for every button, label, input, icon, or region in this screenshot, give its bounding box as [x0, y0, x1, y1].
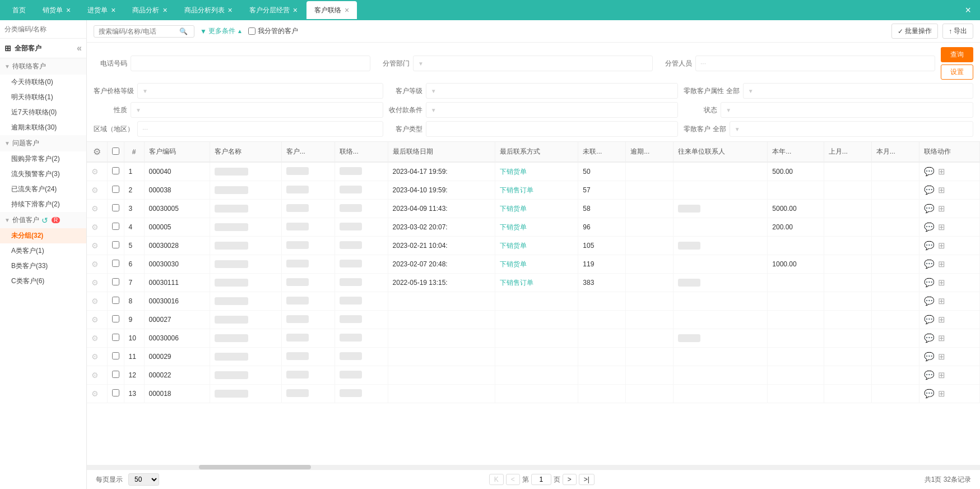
chat-icon[interactable]: 💬 — [924, 222, 935, 232]
cust-type-input[interactable] — [426, 121, 679, 137]
tab-product-analysis-list[interactable]: 商品分析列表 × — [177, 1, 240, 19]
grid-action-icon[interactable]: ⊞ — [938, 389, 945, 399]
chat-icon[interactable]: 💬 — [924, 241, 935, 251]
sidebar-section-value[interactable]: ▼ 价值客户 ↺ R — [0, 212, 86, 228]
select-all-checkbox[interactable] — [112, 147, 119, 155]
tab-product-analysis-close[interactable]: × — [162, 6, 167, 14]
chat-icon[interactable]: 💬 — [924, 167, 935, 177]
row-last-way[interactable]: 下销货单 — [500, 242, 527, 250]
sidebar-item-declining[interactable]: 持续下滑客户(2) — [0, 197, 86, 212]
row-checkbox[interactable] — [112, 315, 119, 322]
row-checkbox[interactable] — [112, 371, 119, 378]
grid-action-icon[interactable]: ⊞ — [938, 222, 945, 232]
row-last-way[interactable]: 下销货单 — [500, 205, 527, 213]
scatter-attr-input[interactable]: ▼ — [743, 83, 973, 99]
sidebar-collapse-btn[interactable]: « — [77, 43, 82, 53]
export-button[interactable]: ↑ 导出 — [942, 24, 973, 39]
sidebar-item-today[interactable]: 今天待联络(0) — [0, 75, 86, 90]
chat-icon[interactable]: 💬 — [924, 185, 935, 195]
cust-level-input[interactable]: ▼ — [426, 83, 679, 99]
grid-action-icon[interactable]: ⊞ — [938, 259, 945, 269]
tab-customer-contact[interactable]: 客户联络 × — [306, 1, 357, 19]
sidebar-section-problem[interactable]: ▼ 问题客户 — [0, 135, 86, 151]
page-first-btn[interactable]: K — [489, 474, 504, 485]
grid-action-icon[interactable]: ⊞ — [938, 296, 945, 306]
nature-input[interactable]: ▼ — [131, 102, 383, 118]
page-size-select[interactable]: 50 20 100 — [128, 473, 159, 486]
payment-input[interactable]: ▼ — [426, 102, 679, 118]
reset-button[interactable]: 设置 — [941, 64, 973, 80]
filter-search-icon[interactable]: 🔍 — [179, 27, 188, 35]
tab-product-analysis-list-close[interactable]: × — [228, 6, 233, 14]
page-last-btn[interactable]: >| — [579, 474, 594, 485]
row-checkbox[interactable] — [112, 352, 119, 359]
tab-sales-order-close[interactable]: × — [66, 6, 71, 14]
refresh-icon[interactable]: ↺ — [41, 216, 48, 225]
chat-icon[interactable]: 💬 — [924, 389, 935, 399]
row-checkbox[interactable] — [112, 186, 119, 193]
sidebar-item-lost[interactable]: 已流失客户(24) — [0, 182, 86, 197]
tab-customer-contact-close[interactable]: × — [345, 6, 349, 14]
th-check[interactable] — [107, 142, 124, 162]
sidebar-item-class-c[interactable]: C类客户(6) — [0, 274, 86, 289]
scatter-input[interactable]: ▼ — [730, 121, 973, 137]
horizontal-scrollbar[interactable] — [87, 465, 980, 469]
row-checkbox[interactable] — [112, 260, 119, 267]
search-button[interactable]: 查询 — [941, 47, 973, 62]
chat-icon[interactable]: 💬 — [924, 352, 935, 362]
tab-purchase-order[interactable]: 进货单 × — [80, 1, 123, 19]
sidebar-item-tomorrow[interactable]: 明天待联络(1) — [0, 90, 86, 105]
chat-icon[interactable]: 💬 — [924, 296, 935, 306]
page-next-btn[interactable]: > — [563, 474, 577, 485]
row-checkbox[interactable] — [112, 334, 119, 341]
person-input[interactable]: ··· — [695, 56, 935, 71]
grid-action-icon[interactable]: ⊞ — [938, 333, 945, 343]
region-input[interactable]: ··· — [137, 121, 383, 137]
row-checkbox[interactable] — [112, 223, 119, 230]
grid-action-icon[interactable]: ⊞ — [938, 241, 945, 251]
sidebar-item-class-b[interactable]: B类客户(33) — [0, 259, 86, 274]
sidebar-item-at-risk[interactable]: 流失预警客户(3) — [0, 167, 86, 182]
scroll-thumb[interactable] — [199, 465, 311, 469]
chat-icon[interactable]: 💬 — [924, 333, 935, 343]
status-input[interactable]: ▼ — [721, 102, 973, 118]
chat-icon[interactable]: 💬 — [924, 204, 935, 214]
my-customers-checkbox-wrap[interactable]: 我分管的客户 — [248, 26, 298, 36]
row-last-way[interactable]: 下销货单 — [500, 168, 527, 176]
row-last-way[interactable]: 下销货单 — [500, 260, 527, 268]
grid-action-icon[interactable]: ⊞ — [938, 185, 945, 195]
chat-icon[interactable]: 💬 — [924, 259, 935, 269]
sidebar-item-overdue[interactable]: 逾期未联络(30) — [0, 120, 86, 135]
price-level-input[interactable]: ▼ — [137, 83, 383, 99]
filter-search-input[interactable] — [99, 27, 177, 35]
my-customers-checkbox[interactable] — [248, 27, 256, 35]
row-checkbox[interactable] — [112, 297, 119, 304]
tab-purchase-order-close[interactable]: × — [111, 6, 115, 14]
grid-action-icon[interactable]: ⊞ — [938, 315, 945, 325]
tab-bar-close-all[interactable]: × — [960, 4, 976, 16]
batch-operation-button[interactable]: ✓ 批量操作 — [891, 24, 938, 39]
th-gear[interactable]: ⚙ — [87, 142, 107, 162]
sidebar-item-ungroup[interactable]: 未分组(32) — [0, 228, 86, 243]
filter-more-conditions[interactable]: ▼ 更多条件 ▲ — [200, 26, 243, 36]
chat-icon[interactable]: 💬 — [924, 370, 935, 380]
page-prev-btn[interactable]: < — [506, 474, 520, 485]
chat-icon[interactable]: 💬 — [924, 315, 935, 325]
row-last-way[interactable]: 下销售订单 — [500, 279, 533, 287]
sidebar-search-box[interactable]: 🔍 — [0, 20, 86, 39]
dept-input[interactable]: ▼ — [413, 56, 653, 71]
tab-customer-tier[interactable]: 客户分层经营 × — [241, 1, 305, 19]
sidebar-search-input[interactable] — [4, 25, 87, 33]
tab-sales-order[interactable]: 销货单 × — [35, 1, 78, 19]
tab-customer-tier-close[interactable]: × — [293, 6, 298, 14]
tab-product-analysis[interactable]: 商品分析 × — [124, 1, 175, 19]
row-last-way[interactable]: 下销货单 — [500, 223, 527, 231]
row-checkbox[interactable] — [112, 241, 119, 248]
tab-home[interactable]: 首页 — [4, 1, 34, 19]
sidebar-item-class-a[interactable]: A类客户(1) — [0, 243, 86, 259]
sidebar-item-abnormal[interactable]: 囤购异常客户(2) — [0, 151, 86, 167]
phone-input[interactable] — [131, 56, 370, 71]
grid-action-icon[interactable]: ⊞ — [938, 370, 945, 380]
row-last-way[interactable]: 下销售订单 — [500, 186, 533, 194]
grid-action-icon[interactable]: ⊞ — [938, 278, 945, 288]
